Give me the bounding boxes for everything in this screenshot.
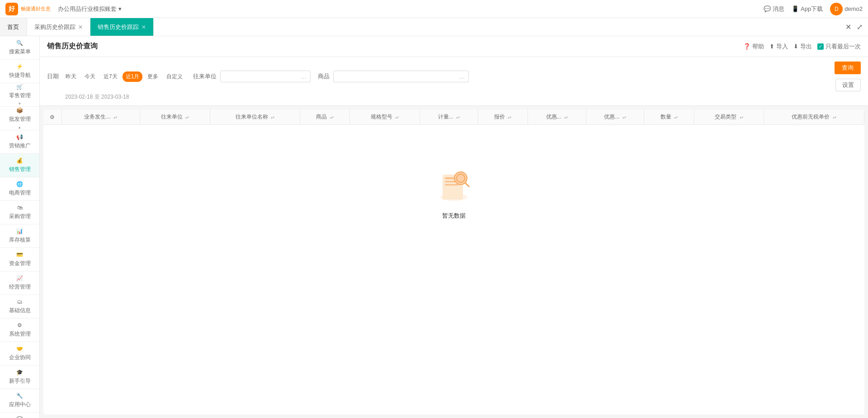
quicknav-icon: ⚡: [16, 63, 23, 70]
col-discount1[interactable]: 优惠... ▴▾: [528, 109, 586, 125]
tab-home-label: 首页: [7, 23, 19, 31]
main-layout: 🔍 搜索菜单 ⚡ 快捷导航 🛒 零售管理 ▾ 📦 批发管理 ▴ 📢 营销推广 💰…: [0, 36, 868, 418]
retail-icon: 🛒: [16, 84, 23, 90]
basics-icon: 🗂: [17, 299, 23, 305]
sidebar-item-operations[interactable]: 📈 经营管理: [0, 271, 39, 295]
sidebar-item-sales[interactable]: 💰 销售管理: [0, 154, 39, 177]
window-maximize-button[interactable]: ⤢: [857, 23, 863, 31]
date-range-display: 2023-02-18 至 2023-03-18: [63, 93, 861, 101]
col-unit-code[interactable]: 往来单位 ▴▾: [140, 109, 210, 125]
sort-arrows-unit: ▴▾: [456, 116, 460, 119]
sidebar-item-wholesale[interactable]: 📦 批发管理 ▴: [0, 107, 39, 130]
sort-arrows-unit-code: ▴▾: [185, 116, 189, 119]
sort-arrows-discount2: ▴▾: [623, 116, 626, 119]
sidebar-item-marketing[interactable]: 📢 营销推广: [0, 130, 39, 154]
top-bar-left: 好 畅捷通好生意 办公用品行业模拟账套 ▾: [5, 3, 125, 15]
tab-sales-label: 销售历史价跟踪: [98, 23, 139, 31]
sidebar-item-corp-wechat[interactable]: 💬 企业微信: [0, 413, 39, 418]
app-download-button[interactable]: 📱 App下载: [792, 5, 823, 13]
source-unit-label: 往来单位: [193, 72, 217, 81]
sort-arrows-pretax-price: ▴▾: [833, 116, 836, 119]
sidebar-item-ecommerce[interactable]: 🌐 电商管理: [0, 177, 39, 201]
col-unit-code-label: 往来单位: [161, 114, 183, 120]
sidebar-item-inventory[interactable]: 📊 库存核算: [0, 224, 39, 248]
product-input[interactable]: [337, 73, 459, 80]
date-filter-group: 日期 昨天 今天 近7天 近1月 更多 自定义: [47, 71, 186, 82]
sort-arrows-discount1: ▴▾: [564, 116, 568, 119]
settings-icon[interactable]: ⚙: [50, 114, 55, 120]
sidebar-item-system[interactable]: ⚙ 系统管理: [0, 318, 39, 342]
query-button[interactable]: 查询: [835, 62, 861, 74]
sort-arrows-price: ▴▾: [508, 116, 511, 119]
logo-area: 好 畅捷通好生意: [5, 3, 51, 15]
date-btn-1month[interactable]: 近1月: [123, 71, 143, 82]
sidebar-item-label: 企业协同: [9, 354, 31, 361]
col-pretax-price[interactable]: 优惠前无税单价 ▴▾: [764, 109, 864, 125]
source-unit-input[interactable]: [224, 73, 301, 80]
col-qty[interactable]: 数量 ▴▾: [644, 109, 694, 125]
date-btn-custom[interactable]: 自定义: [163, 71, 186, 82]
source-unit-picker-icon[interactable]: ...: [301, 72, 307, 81]
tab-purchase-close[interactable]: ✕: [78, 24, 83, 30]
date-btn-more[interactable]: 更多: [144, 71, 161, 82]
content-area: 销售历史价查询 ❓ 帮助 ⬆ 导入 ⬇ 导出 ✓ 只看最后一次: [40, 36, 868, 418]
sidebar-item-purchase[interactable]: 🛍 采购管理: [0, 201, 39, 224]
col-spec[interactable]: 规格型号 ▴▾: [350, 109, 420, 125]
col-trade-type[interactable]: 交易类型 ▴▾: [694, 109, 764, 125]
arrow-down-icon: ▾: [19, 101, 21, 106]
sidebar-item-search[interactable]: 🔍 搜索菜单: [0, 36, 39, 60]
sidebar-item-label: 采购管理: [9, 213, 31, 220]
sidebar-item-finance[interactable]: 💳 资金管理: [0, 248, 39, 271]
empty-text: 暂无数据: [442, 212, 466, 220]
sidebar-item-enterprise[interactable]: 🤝 企业协同: [0, 342, 39, 366]
sort-arrows-qty: ▴▾: [674, 116, 678, 119]
operations-icon: 📈: [16, 275, 23, 281]
help-button[interactable]: ❓ 帮助: [743, 43, 764, 51]
date-btn-7days[interactable]: 近7天: [100, 71, 121, 82]
source-unit-filter-group: 往来单位 ...: [193, 71, 311, 82]
sidebar-item-label: 零售管理: [9, 92, 31, 100]
export-button[interactable]: ⬇ 导出: [793, 43, 812, 51]
window-close-button[interactable]: ✕: [845, 23, 851, 31]
col-discount1-label: 优惠...: [546, 114, 561, 120]
app-selector-dropdown[interactable]: 办公用品行业模拟账套 ▾: [54, 3, 125, 15]
svg-rect-3: [445, 181, 456, 182]
col-price[interactable]: 报价 ▴▾: [478, 109, 528, 125]
date-btn-today[interactable]: 今天: [81, 71, 99, 82]
tab-home[interactable]: 首页: [0, 18, 27, 36]
col-settings[interactable]: ⚙: [43, 109, 61, 125]
col-discount2-label: 优惠...: [604, 114, 619, 120]
tab-spacer: [154, 18, 840, 36]
col-unit[interactable]: 计量... ▴▾: [420, 109, 478, 125]
col-biz-date[interactable]: 业务发生... ▴▾: [61, 109, 140, 125]
sidebar-item-app-center[interactable]: 🔧 应用中心: [0, 389, 39, 413]
sidebar-item-guide[interactable]: 🎓 新手引导: [0, 366, 39, 389]
app-selector-label: 办公用品行业模拟账套: [58, 5, 117, 13]
user-menu[interactable]: D demo2: [830, 3, 863, 15]
col-qty-label: 数量: [660, 114, 671, 120]
date-btn-yesterday[interactable]: 昨天: [62, 71, 80, 82]
only-last-label: 只看最后一次: [826, 43, 861, 51]
message-button[interactable]: 💬 消息: [764, 5, 784, 13]
tab-purchase-label: 采购历史价跟踪: [34, 23, 75, 31]
col-discount2[interactable]: 优惠... ▴▾: [586, 109, 644, 125]
corpwechat-icon: 💬: [16, 416, 23, 418]
setting-button[interactable]: 设置: [835, 79, 861, 91]
source-unit-input-wrapper: ...: [220, 71, 311, 82]
top-bar: 好 畅捷通好生意 办公用品行业模拟账套 ▾ 💬 消息 📱 App下载 D dem…: [0, 0, 868, 18]
checkbox-icon: ✓: [817, 43, 824, 50]
col-spec-label: 规格型号: [371, 114, 392, 120]
sidebar-item-basics[interactable]: 🗂 基础信息: [0, 295, 39, 318]
sidebar-item-retail[interactable]: 🛒 零售管理 ▾: [0, 83, 39, 107]
tab-purchase[interactable]: 采购历史价跟踪 ✕: [27, 18, 90, 36]
col-product[interactable]: 商品 ▴▾: [300, 109, 349, 125]
col-unit-name[interactable]: 往来单位名称 ▴▾: [210, 109, 300, 125]
product-picker-icon[interactable]: ...: [459, 72, 465, 81]
logo-text: 畅捷通好生意: [21, 6, 51, 12]
sidebar-item-quick-nav[interactable]: ⚡ 快捷导航: [0, 60, 39, 83]
import-button[interactable]: ⬆ 导入: [769, 43, 788, 51]
sidebar-item-label: 资金管理: [9, 260, 31, 267]
only-last-checkbox[interactable]: ✓ 只看最后一次: [817, 43, 861, 51]
tab-sales-close[interactable]: ✕: [142, 24, 146, 30]
tab-sales[interactable]: 销售历史价跟踪 ✕: [90, 18, 154, 36]
